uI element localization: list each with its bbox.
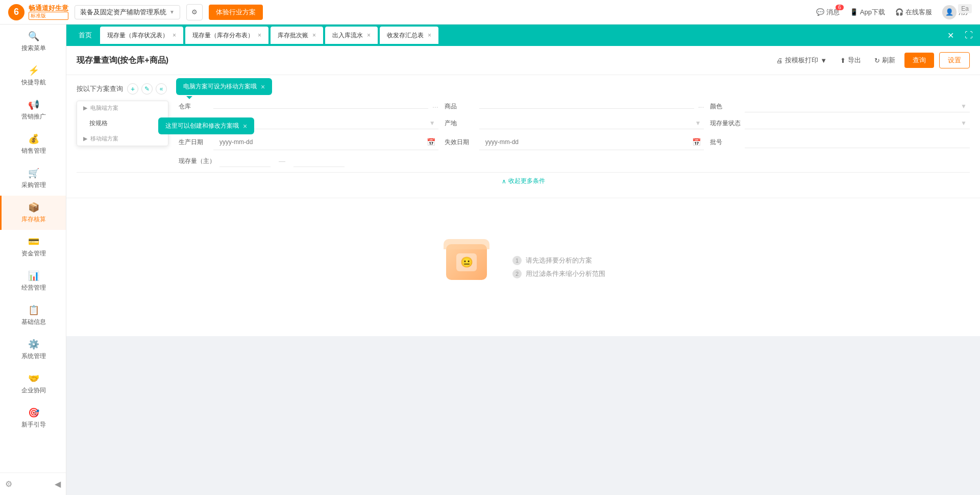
print-button[interactable]: 🖨 按模板打印 ▼ [772,54,831,67]
sidebar-bottom: ⚙ ◀ [0,473,66,495]
batch-no-input[interactable] [745,136,970,148]
page-title: 现存量查询(按仓库+商品) [77,55,168,66]
calendar-icon-exp[interactable]: 📅 [692,138,701,146]
stock-qty-field: 现存量（主） — [179,155,440,167]
goods-dots[interactable]: ··· [698,103,704,111]
tab-inout-flow[interactable]: 出入库流水 × [325,27,378,44]
filter-area: 按以下方案查询 + ✎ « 电脑方案可设为移动方案哦 × 这里可以创建和修改方案… [66,75,980,198]
industry-button[interactable]: 体验行业方案 [209,5,263,20]
sidebar-settings-icon[interactable]: ⚙ [5,479,12,489]
color-select[interactable]: ▼ [745,101,970,112]
tab-inventory-status[interactable]: 现存量（库存状况表） × [100,27,183,44]
print-arrow-icon: ▼ [820,57,827,64]
sidebar-item-quick[interactable]: ⚡ 快捷导航 [0,59,66,93]
tooltip-create-scheme-fixed: 这里可以创建和修改方案哦 × [158,117,254,134]
back-scheme-button[interactable]: « [156,83,167,95]
tab-close-icon[interactable]: × [173,32,176,39]
tab-home[interactable]: 首页 [70,25,100,46]
box-icon: 📦 [28,202,39,213]
top-bar-right: 💬 消息 6 📱 App下载 🎧 在线客服 👤 用户 Ea [816,5,972,19]
tab-collection-summary[interactable]: 收发存汇总表 × [380,27,438,44]
size-chevron-icon: ▼ [429,120,435,127]
sidebar-item-search[interactable]: 🔍 搜索菜单 [0,25,66,59]
sidebar-item-finance[interactable]: 💳 资金管理 [0,230,66,264]
handshake-icon: 🤝 [28,373,39,384]
collapse-bar[interactable]: ∧ 收起更多条件 [77,172,970,190]
filter-row-1: 仓库 ··· 商品 ··· 颜色 ▼ [179,101,970,112]
settings-icon[interactable]: ⚙ [186,4,203,20]
gear-icon: ⚙️ [28,339,39,350]
filter-row-2: 尺码 ▼ 产地 ▼ 现存量状态 [179,117,970,129]
logo-area: 6 畅通道好生意 标准版 [8,4,75,20]
collapse-up-icon: ∧ [502,178,506,185]
empty-illustration: 😐 [441,239,497,295]
edit-scheme-button[interactable]: ✎ [141,83,153,95]
settings-page-button[interactable]: 设置 [939,52,970,68]
goods-select[interactable] [479,104,694,109]
tab-close-icon-5[interactable]: × [428,32,431,39]
sidebar-item-marketing[interactable]: 📢 营销推广 [0,93,66,127]
tooltip1-close[interactable]: × [261,83,265,91]
tooltip-desktop-scheme: 电脑方案可设为移动方案哦 × [176,78,272,95]
message-icon: 💬 [816,8,824,16]
tab-inventory-dist[interactable]: 现存量（库存分布表） × [185,27,268,44]
sidebar-collapse-icon[interactable]: ◀ [55,479,61,489]
close-all-tabs-icon[interactable]: ✕ [943,28,958,42]
sidebar-item-purchase[interactable]: 🛒 采购管理 [0,161,66,196]
main-layout: 🔍 搜索菜单 ⚡ 快捷导航 📢 营销推广 💰 销售管理 🛒 采购管理 📦 库存核… [0,25,980,495]
printer-icon: 🖨 [776,57,783,64]
warehouse-select[interactable] [213,104,428,109]
headset-icon: 🎧 [895,8,903,16]
tab-close-icon-3[interactable]: × [312,32,316,39]
empty-state: 😐 1 请先选择要分析的方案 2 用过滤条件来缩小分析范围 [66,198,980,336]
tooltip2-close-fixed[interactable]: × [243,122,247,130]
phone-icon: 📱 [850,8,858,16]
sidebar-item-sales[interactable]: 💰 销售管理 [0,127,66,161]
stock-qty-min-input[interactable] [219,155,271,167]
scheme-panel: ▶ 电脑端方案 按规格 ▶ 移动端方案 [77,101,168,146]
origin-select[interactable]: ▼ [479,117,704,129]
filter-label: 按以下方案查询 [77,84,123,93]
main-content: 首页 现存量（库存状况表） × 现存量（库存分布表） × 库存批次账 × 出入库… [66,25,980,495]
logo-text: 畅通道好生意 标准版 [29,4,68,20]
page-area: 现存量查询(按仓库+商品) 🖨 按模板打印 ▼ ⬆ 导出 ↻ 刷新 [66,46,980,495]
add-scheme-button[interactable]: + [127,83,138,95]
sidebar-item-system[interactable]: ⚙️ 系统管理 [0,333,66,367]
chart-icon: 📊 [28,270,39,281]
top-bar-center: 装备及固定资产辅助管理系统 ▼ ⚙ 体验行业方案 [75,4,816,20]
refresh-button[interactable]: ↻ 刷新 [870,54,899,67]
export-button[interactable]: ⬆ 导出 [836,54,865,67]
filter-row-4: 现存量（主） — [179,155,970,167]
system-selector[interactable]: 装备及固定资产辅助管理系统 ▼ [75,5,180,19]
stock-status-select[interactable]: ▼ [745,117,970,129]
scheme-group-desktop: ▶ 电脑端方案 [77,101,168,115]
tab-close-icon-4[interactable]: × [367,32,371,39]
sidebar-item-basic[interactable]: 📋 基础信息 [0,298,66,333]
expand-tab-icon[interactable]: ⛶ [962,28,976,42]
color-field: 颜色 ▼ [710,101,970,112]
origin-chevron-icon: ▼ [695,120,701,127]
prod-date-input[interactable] [216,136,425,148]
tab-close-icon-2[interactable]: × [258,32,261,39]
sidebar-item-enterprise[interactable]: 🤝 企业协同 [0,367,66,401]
tab-batch-account[interactable]: 库存批次账 × [271,27,323,44]
exp-date-field: 失效日期 📅 [445,134,704,150]
scheme-item-byspec[interactable]: 按规格 [77,115,168,132]
exp-date-input-wrap: 📅 [479,134,704,150]
warehouse-dots[interactable]: ··· [432,103,438,111]
online-service-button[interactable]: 🎧 在线客服 [895,8,932,17]
query-button[interactable]: 查询 [904,53,934,68]
app-download-button[interactable]: 📱 App下载 [850,8,885,17]
message-button[interactable]: 💬 消息 6 [816,8,840,17]
sidebar-item-guide[interactable]: 🎯 新手引导 [0,401,66,435]
batch-no-field: 批号 [710,134,970,150]
calendar-icon-prod[interactable]: 📅 [427,138,435,146]
scheme-group-mobile: ▶ 移动端方案 [77,132,168,146]
stock-status-field: 现存量状态 ▼ [710,117,970,129]
search-icon: 🔍 [28,31,39,42]
exp-date-input[interactable] [482,136,691,148]
sidebar-item-operations[interactable]: 📊 经营管理 [0,264,66,298]
stock-qty-max-input[interactable] [293,155,345,167]
megaphone-icon: 📢 [28,99,39,110]
sidebar-item-inventory[interactable]: 📦 库存核算 [0,196,66,230]
